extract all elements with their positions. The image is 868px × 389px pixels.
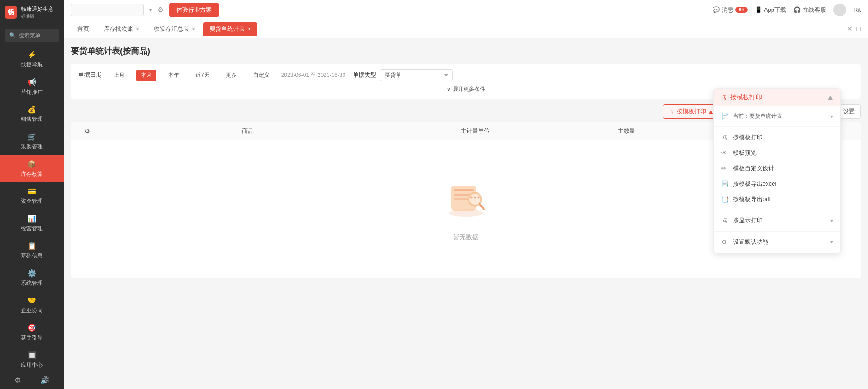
print-template-print-item[interactable]: 🖨 按模板打印 xyxy=(714,130,840,145)
sidebar-item-basic[interactable]: 📋基础信息 xyxy=(0,237,64,264)
sidebar-search-button[interactable]: 🔍 搜索菜单 xyxy=(5,29,59,42)
empty-icon xyxy=(443,177,489,226)
app-download-icon: 📱 xyxy=(755,6,762,13)
expand-conditions-btn[interactable]: ∨ 展开更多条件 xyxy=(447,86,485,93)
app-download-item[interactable]: 📱 App下载 xyxy=(755,6,786,14)
topbar-dropdown-icon[interactable]: ▾ xyxy=(149,7,152,13)
print-current-section: 📄 当前：要货单统计表 ▾ xyxy=(714,106,840,127)
sidebar-item-cooperation[interactable]: 🤝企业协同 xyxy=(0,292,64,319)
nav-label-guide: 新手引导 xyxy=(21,334,43,342)
default-expand-icon: ▾ xyxy=(830,239,833,245)
sidebar-item-guide[interactable]: 🎯新手引导 xyxy=(0,319,64,346)
sidebar-item-purchase[interactable]: 🛒采购管理 xyxy=(0,128,64,155)
sidebar-item-inventory[interactable]: 📦库存核算 xyxy=(0,155,64,182)
svg-point-8 xyxy=(470,197,473,199)
nav-icon-marketing: 📢 xyxy=(27,78,36,86)
tab-inventory-batch[interactable]: 库存批次账 × xyxy=(97,22,145,36)
print-dropdown-header: 🖨 按模板打印 ▲ xyxy=(714,89,840,106)
nav-label-finance: 资金管理 xyxy=(21,197,43,205)
display-print-item[interactable]: 🖨 按显示打印 ▾ xyxy=(714,213,840,228)
app-download-label: App下载 xyxy=(764,6,786,14)
messages-label: 消息 xyxy=(722,6,733,14)
tab-collect-send-close[interactable]: × xyxy=(192,26,195,32)
print-export-pdf-item[interactable]: 📑 按模板导出pdf xyxy=(714,192,840,207)
tab-expand-btn[interactable]: □ xyxy=(856,25,861,33)
sidebar-search-area: 🔍 搜索菜单 xyxy=(0,25,64,46)
nav-label-cooperation: 企业协同 xyxy=(21,307,43,314)
online-service-item[interactable]: 🎧 在线客服 xyxy=(793,6,826,14)
sidebar-item-sales[interactable]: 💰销售管理 xyxy=(0,101,64,128)
nav-label-quick-nav: 快捷导航 xyxy=(21,61,43,69)
print-current-label: 当前：要货单统计表 xyxy=(733,112,782,120)
tab-order-stats[interactable]: 要货单统计表 × xyxy=(203,22,257,36)
print-template-design-item[interactable]: ✏ 模板自定义设计 xyxy=(714,161,840,176)
print-template-btn[interactable]: 🖨 按模板打印 ▲ xyxy=(663,104,720,119)
tab-collect-send-label: 收发存汇总表 xyxy=(154,25,189,33)
nav-label-basic: 基础信息 xyxy=(21,252,43,260)
date-more-btn[interactable]: 更多 xyxy=(221,70,241,81)
print-current-item[interactable]: 📄 当前：要货单统计表 ▾ xyxy=(714,109,840,124)
nav-icon-system: ⚙️ xyxy=(27,269,36,278)
sidebar-nav: ⚡快捷导航📢营销推广💰销售管理🛒采购管理📦库存核算💳资金管理📊经营管理📋基础信息… xyxy=(0,46,64,371)
tabs-actions: ✕ □ xyxy=(847,25,861,33)
print-dropdown-title: 🖨 按模板打印 xyxy=(720,93,762,101)
print-template-preview-item[interactable]: 👁 模板预览 xyxy=(714,145,840,161)
topbar-search-input[interactable] xyxy=(71,4,144,16)
print-expand-icon: ▲ xyxy=(708,108,714,115)
trial-button[interactable]: 体验行业方案 xyxy=(169,3,219,17)
svg-line-7 xyxy=(479,204,484,209)
column-settings-icon[interactable]: ⚙ xyxy=(85,128,90,135)
th-product: 商品 xyxy=(96,127,399,135)
date-this-year-btn[interactable]: 本年 xyxy=(164,70,184,81)
nav-icon-guide: 🎯 xyxy=(27,323,36,332)
display-print-left: 🖨 按显示打印 xyxy=(721,217,763,225)
print-export-excel-item[interactable]: 📑 按模板导出excel xyxy=(714,176,840,192)
tabs-bar: 首页 库存批次账 × 收发存汇总表 × 要货单统计表 × ✕ □ xyxy=(64,20,868,38)
display-expand-icon: ▾ xyxy=(830,217,833,224)
type-filter-select[interactable]: 要货单 xyxy=(380,69,453,81)
sidebar-item-app-center[interactable]: 🔲应用中心 xyxy=(0,346,64,371)
svg-point-9 xyxy=(474,197,476,199)
content-area: 要货单统计表(按商品) 单据日期 上月 本月 本年 近7天 更多 自定义 202… xyxy=(64,38,868,389)
template-design-icon: ✏ xyxy=(721,165,728,172)
nav-icon-app-center: 🔲 xyxy=(27,351,36,359)
headset-icon: 🎧 xyxy=(793,6,801,13)
date-7days-btn[interactable]: 近7天 xyxy=(191,70,214,81)
logo-text: 畅康通好生意 xyxy=(21,5,54,13)
sidebar-item-system[interactable]: ⚙️系统管理 xyxy=(0,264,64,292)
sidebar-item-marketing[interactable]: 📢营销推广 xyxy=(0,73,64,101)
sidebar-item-quick-nav[interactable]: ⚡快捷导航 xyxy=(0,46,64,73)
template-design-label: 模板自定义设计 xyxy=(733,164,774,172)
sidebar-footer: ⚙ 🔊 xyxy=(0,371,64,389)
volume-icon[interactable]: 🔊 xyxy=(40,376,50,384)
tab-collect-send[interactable]: 收发存汇总表 × xyxy=(147,22,201,36)
tab-order-stats-close[interactable]: × xyxy=(248,26,251,32)
nav-label-inventory: 库存核算 xyxy=(21,170,43,178)
printer-icon: 🖨 xyxy=(669,108,675,115)
nav-icon-cooperation: 🤝 xyxy=(27,296,36,305)
tab-inventory-batch-close[interactable]: × xyxy=(136,26,139,32)
settings-icon[interactable]: ⚙ xyxy=(15,376,21,384)
nav-icon-purchase: 🛒 xyxy=(27,132,36,141)
date-this-month-btn[interactable]: 本月 xyxy=(136,70,156,81)
date-custom-btn[interactable]: 自定义 xyxy=(249,70,274,81)
type-filter-label: 单据类型 xyxy=(353,71,376,79)
tab-home[interactable]: 首页 xyxy=(71,22,95,36)
avatar[interactable] xyxy=(833,4,846,16)
tab-close-btn[interactable]: ✕ xyxy=(847,25,853,33)
nav-label-marketing: 营销推广 xyxy=(21,88,43,96)
sidebar-item-finance[interactable]: 💳资金管理 xyxy=(0,182,64,210)
topbar-gear-icon[interactable]: ⚙ xyxy=(157,5,164,14)
logo-icon: 畅 xyxy=(5,6,17,19)
th-settings: ⚙ xyxy=(78,128,96,135)
export-excel-icon: 📑 xyxy=(721,180,728,187)
th-unit: 主计量单位 xyxy=(399,127,550,135)
filter-row: 单据日期 上月 本月 本年 近7天 更多 自定义 2023-06-01 至 20… xyxy=(78,69,853,81)
th-quantity: 主数量 xyxy=(551,127,702,135)
default-feature-item[interactable]: ⚙ 设置默认功能 ▾ xyxy=(714,234,840,250)
sidebar-item-operation[interactable]: 📊经营管理 xyxy=(0,210,64,237)
expand-label: 展开更多条件 xyxy=(453,86,485,93)
print-dropdown-close-icon[interactable]: ▲ xyxy=(827,93,834,101)
date-last-month-btn[interactable]: 上月 xyxy=(109,70,129,81)
messages-item[interactable]: 💬 消息 99+ xyxy=(713,6,748,14)
